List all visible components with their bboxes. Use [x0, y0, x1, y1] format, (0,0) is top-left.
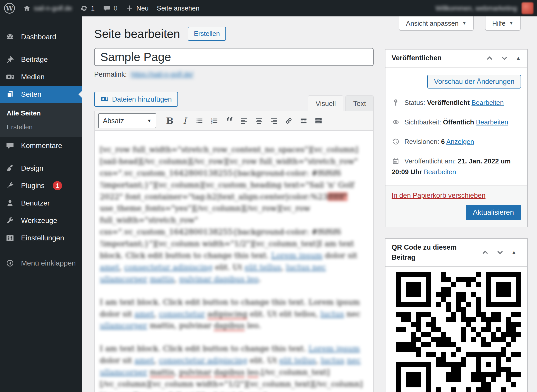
- editor-tab-text[interactable]: Text: [345, 95, 374, 111]
- content-link[interactable]: luctus: [320, 309, 344, 318]
- help-label: Hilfe: [492, 19, 505, 27]
- chevron-down-icon: ▼: [462, 21, 466, 26]
- link-icon: [285, 117, 293, 125]
- sidebar-item-label: Benutzer: [21, 199, 50, 207]
- content-link[interactable]: nec: [347, 356, 361, 365]
- format-select[interactable]: Absatz ▼: [98, 113, 156, 128]
- update-button[interactable]: Aktualisieren: [466, 205, 521, 220]
- editor-shell: Absatz ▼ BI123“ [vc_row full_width="stre…: [94, 111, 374, 392]
- new-content-menu[interactable]: Neu: [122, 0, 153, 16]
- qr-code-image: [396, 272, 521, 392]
- content-link[interactable]: luctus: [321, 356, 344, 365]
- plugin-icon: [5, 181, 15, 190]
- collapse-panel-icon[interactable]: ▲: [515, 55, 521, 62]
- anzeigen-link[interactable]: Anzeigen: [446, 138, 474, 145]
- numbered-list-button[interactable]: 123: [207, 114, 222, 128]
- content-link[interactable]: Lorem ipsum: [309, 344, 360, 353]
- admin-sidebar-menu: DashboardBeiträgeMedienSeitenAlle Seiten…: [0, 16, 82, 392]
- insert-link-button[interactable]: [281, 114, 296, 128]
- content-link[interactable]: ullamcorper: [100, 368, 147, 377]
- content-link[interactable]: ullamcorper: [100, 275, 147, 283]
- sidebar-item-dashboard[interactable]: Dashboard: [0, 28, 82, 46]
- move-down-icon[interactable]: [501, 54, 508, 62]
- sidebar-menu: DashboardBeiträgeMedienSeitenAlle Seiten…: [0, 28, 82, 272]
- content-link[interactable]: elit tellus: [245, 263, 281, 272]
- editor-content[interactable]: [vc_row full_width="stretch_row_content_…: [95, 131, 373, 392]
- blockquote-button[interactable]: “: [222, 114, 237, 128]
- wordpress-menu[interactable]: [0, 0, 19, 16]
- sidebar-item-plugins[interactable]: Plugins1: [0, 177, 82, 194]
- submenu-item-erstellen[interactable]: Erstellen: [0, 120, 82, 134]
- sidebar-item-seiten[interactable]: Seiten: [0, 86, 82, 103]
- screen-options-label: Ansicht anpassen: [406, 19, 459, 27]
- sidebar-item-design[interactable]: Design: [0, 160, 82, 177]
- admin-bar: sail-n-golf.de 1 0 Neu Seite ansehen Wil…: [0, 0, 537, 16]
- align-right-button[interactable]: [266, 114, 281, 128]
- content-link[interactable]: mattis: [150, 275, 174, 283]
- editor-tabs: VisuellText: [308, 95, 374, 111]
- content-link[interactable]: amet: [134, 309, 154, 318]
- post-title-input[interactable]: [94, 48, 374, 66]
- chevron-down-icon: ▼: [509, 21, 513, 26]
- publish-panel-title: Veröffentlichen: [392, 53, 486, 63]
- wordpress-edit-page-screen: sail-n-golf.de 1 0 Neu Seite ansehen Wil…: [0, 0, 537, 392]
- publish-row-value: Öffentlich: [443, 118, 474, 126]
- more-tag-button[interactable]: [296, 114, 311, 128]
- permalink-link[interactable]: https://sail-n-golf.de/: [131, 71, 193, 79]
- comments-menu[interactable]: 0: [99, 0, 121, 16]
- screen-options-button[interactable]: Ansicht anpassen ▼: [399, 16, 474, 31]
- align-center-icon: [255, 117, 263, 125]
- add-new-page-button[interactable]: Erstellen: [188, 27, 226, 41]
- italic-button[interactable]: I: [177, 114, 192, 128]
- submenu-item-alle-seiten[interactable]: Alle Seiten: [0, 106, 82, 120]
- editor-tab-visuell[interactable]: Visuell: [308, 95, 343, 111]
- publish-row-status: Status: Veröffentlicht Bearbeiten: [392, 97, 521, 108]
- sidebar-item-beitr-ge[interactable]: Beiträge: [0, 51, 82, 68]
- content-link[interactable]: amet: [100, 263, 119, 272]
- collapse-menu-button[interactable]: Menü einklappen: [0, 254, 82, 272]
- update-count-badge: 1: [53, 181, 62, 190]
- content-link[interactable]: consectetur adipiscing: [124, 263, 213, 272]
- align-center-button[interactable]: [252, 114, 266, 128]
- help-button[interactable]: Hilfe ▼: [485, 16, 521, 31]
- sidebar-item-medien[interactable]: Medien: [0, 68, 82, 86]
- bullet-list-button[interactable]: [192, 114, 207, 128]
- align-left-button[interactable]: [237, 114, 252, 128]
- sidebar-item-benutzer[interactable]: Benutzer: [0, 194, 82, 212]
- move-to-trash-link[interactable]: In den Papierkorb verschieben: [392, 192, 485, 199]
- content-link[interactable]: Lorem ipsum: [271, 251, 323, 260]
- content-link[interactable]: elit tellus: [279, 356, 316, 365]
- view-page-menu[interactable]: Seite ansehen: [153, 0, 204, 16]
- pushpin-icon: [5, 55, 15, 64]
- user-greeting[interactable]: Willkommen, webmarketing: [435, 4, 517, 12]
- eye-icon: [392, 118, 400, 126]
- collapse-panel-icon[interactable]: ▲: [511, 249, 517, 256]
- move-down-icon[interactable]: [496, 249, 504, 256]
- pages-icon: [5, 90, 15, 99]
- bold-button[interactable]: B: [162, 114, 177, 128]
- add-media-button[interactable]: Dateien hinzufügen: [94, 92, 178, 107]
- bearbeiten-link[interactable]: Bearbeiten: [472, 99, 504, 106]
- sidebar-item-label: Einstellungen: [21, 234, 64, 242]
- preview-changes-button[interactable]: Vorschau der Änderungen: [427, 75, 521, 89]
- content-link[interactable]: luctus nec: [286, 263, 326, 272]
- content-link[interactable]: ullamcorper: [100, 321, 147, 330]
- editor-column: Seite bearbeiten Erstellen Permalink: ht…: [94, 16, 374, 392]
- bearbeiten-link[interactable]: Bearbeiten: [424, 168, 456, 176]
- bearbeiten-link[interactable]: Bearbeiten: [476, 118, 508, 126]
- site-name-menu[interactable]: sail-n-golf.de: [19, 0, 76, 16]
- content-link[interactable]: consectetur adipiscing: [159, 356, 247, 365]
- view-page-label: Seite ansehen: [157, 4, 200, 12]
- content-link[interactable]: amet: [134, 356, 154, 365]
- move-up-icon[interactable]: [486, 54, 493, 62]
- sidebar-item-werkzeuge[interactable]: Werkzeuge: [0, 212, 82, 229]
- updates-menu[interactable]: 1: [76, 0, 99, 16]
- user-avatar[interactable]: [522, 2, 533, 14]
- content-link[interactable]: pulvinar dapibus leo: [179, 275, 258, 283]
- move-up-icon[interactable]: [481, 249, 489, 256]
- content-link[interactable]: consectetur: [159, 309, 205, 318]
- keyboard-shortcuts-button[interactable]: [311, 114, 326, 128]
- sidebar-item-kommentare[interactable]: Kommentare: [0, 137, 82, 154]
- sidebar-item-einstellungen[interactable]: Einstellungen: [0, 229, 82, 247]
- page-title: Seite bearbeiten: [94, 27, 180, 41]
